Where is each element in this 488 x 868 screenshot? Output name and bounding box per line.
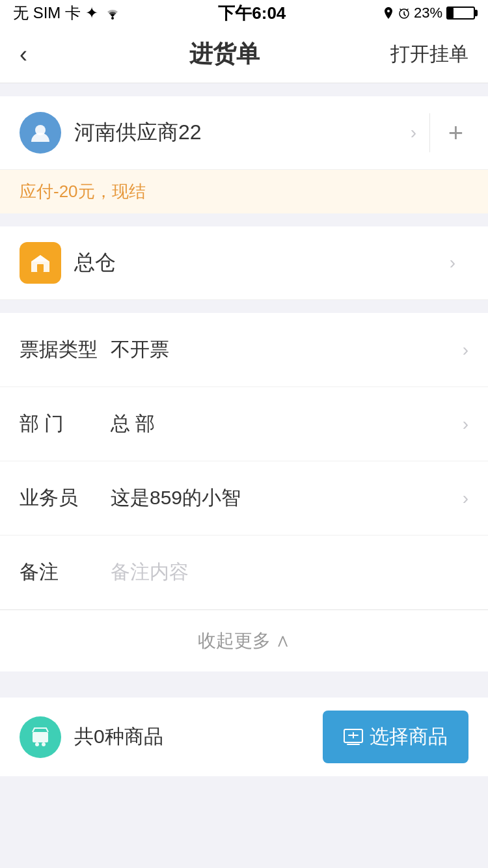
department-row[interactable]: 部 门 总 部 › bbox=[0, 387, 488, 461]
select-product-icon bbox=[344, 729, 363, 746]
salesperson-chevron-icon: › bbox=[463, 488, 468, 509]
supplier-row[interactable]: 河南供应商22 › + bbox=[0, 96, 488, 170]
remark-label: 备注 bbox=[20, 559, 111, 586]
house-icon bbox=[29, 251, 52, 275]
svg-point-6 bbox=[42, 742, 46, 746]
back-button[interactable]: ‹ bbox=[20, 41, 59, 68]
ticket-type-row[interactable]: 票据类型 不开票 › bbox=[0, 313, 488, 387]
open-pending-button[interactable]: 打开挂单 bbox=[390, 41, 468, 68]
svg-rect-3 bbox=[37, 264, 44, 272]
status-time: 下午6:04 bbox=[218, 2, 286, 25]
supplier-name: 河南供应商22 bbox=[74, 118, 411, 147]
supplier-notice: 应付-20元，现结 bbox=[0, 170, 488, 213]
select-product-label: 选择商品 bbox=[370, 724, 448, 750]
department-label: 部 门 bbox=[20, 411, 111, 437]
remark-row[interactable]: 备注 备注内容 bbox=[0, 536, 488, 610]
collapse-row[interactable]: 收起更多 ∧ bbox=[0, 610, 488, 671]
collapse-label: 收起更多 ∧ bbox=[198, 629, 291, 653]
battery-icon bbox=[446, 7, 475, 20]
product-icon bbox=[20, 716, 61, 758]
section-gap-4 bbox=[0, 671, 488, 685]
warehouse-row[interactable]: 总仓 › bbox=[0, 226, 488, 300]
department-chevron-icon: › bbox=[463, 414, 468, 435]
ticket-type-value: 不开票 bbox=[111, 336, 463, 363]
svg-point-5 bbox=[35, 742, 39, 746]
alarm-icon bbox=[398, 7, 410, 19]
section-gap-2 bbox=[0, 213, 488, 226]
svg-rect-4 bbox=[33, 732, 48, 742]
warehouse-chevron-icon: › bbox=[450, 252, 455, 273]
supplier-avatar bbox=[20, 112, 61, 154]
sim-label: 无 SIM 卡 ✦ bbox=[13, 3, 98, 23]
warehouse-icon bbox=[20, 242, 61, 284]
page-title: 进货单 bbox=[189, 38, 260, 70]
status-right: 23% bbox=[383, 5, 475, 21]
wifi-icon bbox=[103, 7, 122, 20]
location-icon bbox=[383, 7, 394, 19]
battery-percent: 23% bbox=[414, 5, 442, 21]
add-supplier-button[interactable]: + bbox=[429, 113, 468, 152]
ticket-type-label: 票据类型 bbox=[20, 336, 111, 363]
product-count: 共0种商品 bbox=[74, 724, 323, 750]
supplier-chevron-icon: › bbox=[411, 122, 416, 143]
salesperson-label: 业务员 bbox=[20, 485, 111, 511]
supplier-section: 河南供应商22 › + 应付-20元，现结 bbox=[0, 96, 488, 213]
svg-point-0 bbox=[111, 17, 114, 20]
status-bar: 无 SIM 卡 ✦ 下午6:04 23% bbox=[0, 0, 488, 26]
status-left: 无 SIM 卡 ✦ bbox=[13, 3, 122, 23]
salesperson-value: 这是859的小智 bbox=[111, 485, 463, 511]
form-section: 票据类型 不开票 › 部 门 总 部 › 业务员 这是859的小智 › 备注 备… bbox=[0, 313, 488, 671]
section-gap-3 bbox=[0, 300, 488, 313]
remark-input[interactable]: 备注内容 bbox=[111, 559, 468, 586]
ticket-type-chevron-icon: › bbox=[463, 340, 468, 360]
person-icon bbox=[29, 121, 52, 144]
section-gap-1 bbox=[0, 83, 488, 96]
department-value: 总 部 bbox=[111, 411, 463, 437]
nav-bar: ‹ 进货单 打开挂单 bbox=[0, 26, 488, 83]
cart-icon bbox=[29, 726, 52, 749]
select-product-button[interactable]: 选择商品 bbox=[323, 711, 468, 763]
product-bar: 共0种商品 选择商品 bbox=[0, 698, 488, 776]
salesperson-row[interactable]: 业务员 这是859的小智 › bbox=[0, 461, 488, 536]
warehouse-name: 总仓 bbox=[74, 249, 450, 277]
